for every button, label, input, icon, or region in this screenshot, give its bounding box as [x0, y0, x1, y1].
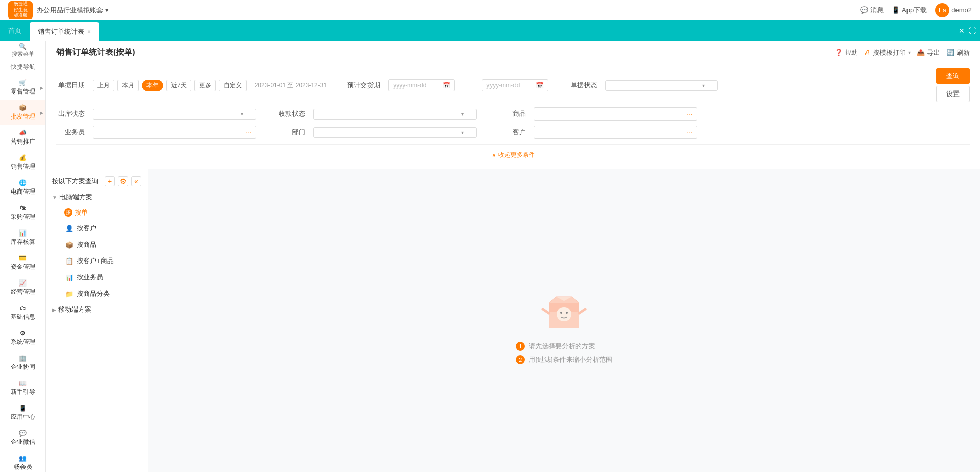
- app-download-button[interactable]: 📱 App下载: [892, 6, 927, 15]
- filter-row-1: 单据日期 上月 本月 本年 近7天 更多 自定义 2023-01-01 至 20…: [56, 68, 970, 102]
- salesman-more-icon[interactable]: ···: [246, 128, 252, 136]
- collapse-panel-button[interactable]: «: [131, 176, 141, 186]
- dept-label: 部门: [277, 128, 305, 137]
- settings-scheme-button[interactable]: ⚙: [118, 176, 128, 186]
- avatar: Ea: [935, 3, 949, 17]
- user-menu[interactable]: Ea demo2: [935, 3, 972, 17]
- window-actions: ✕ ⛶: [959, 27, 980, 35]
- topbar-left: 畅捷通 好生意 标准版 办公用品行业模拟账套 ▾: [8, 1, 109, 19]
- tab-close-icon[interactable]: ×: [87, 28, 91, 35]
- sidebar-item-wholesale[interactable]: 📦 批发管理: [0, 100, 45, 125]
- calendar-icon-2: 📅: [536, 82, 544, 89]
- delivery-date-from[interactable]: yyyy-mm-dd 📅: [388, 79, 455, 91]
- sidebar-item-wechat[interactable]: 💬 企业微信: [0, 426, 45, 451]
- settings-button[interactable]: 设置: [936, 86, 970, 102]
- refresh-button[interactable]: 🔄 刷新: [946, 48, 970, 57]
- tree-item-by-cust-prod[interactable]: 📋 按客户+商品: [58, 253, 148, 269]
- basics-icon: 🗂: [20, 304, 26, 312]
- dept-select[interactable]: ▾: [313, 127, 477, 138]
- tab-sales-order-stats[interactable]: 销售订单统计表 ×: [30, 22, 99, 41]
- left-panel: 按以下方案查询 + ⚙ « ▼ 电脑端方案 按 按单: [46, 169, 148, 472]
- wechat-icon: 💬: [19, 430, 27, 437]
- salesman-input[interactable]: ···: [93, 126, 256, 139]
- help-button[interactable]: ❓ 帮助: [835, 48, 858, 57]
- delivery-date-to[interactable]: yyyy-mm-dd 📅: [482, 79, 548, 91]
- print-icon: 🖨: [864, 49, 871, 56]
- print-button[interactable]: 🖨 按模板打印 ▾: [864, 48, 911, 57]
- collapse-filter-button[interactable]: ∧ 收起更多条件: [56, 148, 970, 162]
- this-year-btn[interactable]: 本年: [142, 80, 163, 91]
- app-selector[interactable]: 办公用品行业模拟账套 ▾: [37, 6, 109, 15]
- tree-item-by-salesman[interactable]: 📊 按业务员: [58, 269, 148, 286]
- sidebar-item-operations[interactable]: 📈 经营管理: [0, 275, 45, 300]
- export-icon: 📤: [917, 49, 925, 56]
- ship-status-select[interactable]: ▾: [93, 109, 256, 120]
- tree-item-by-product[interactable]: 📦 按商品: [58, 237, 148, 253]
- sidebar-item-system[interactable]: ⚙ 系统管理: [0, 325, 45, 350]
- inventory-icon: 📊: [19, 229, 27, 237]
- product-icon: 📦: [64, 240, 75, 250]
- sidebar-item-newbie[interactable]: 📖 新手引导: [0, 375, 45, 400]
- customer-more-icon[interactable]: ···: [687, 128, 693, 136]
- query-settings-group: 查询 设置: [936, 68, 970, 102]
- sidebar-item-sales[interactable]: 💰 销售管理: [0, 150, 45, 175]
- main-content: 1 请先选择要分析的方案 2 用[过滤]条件来缩小分析范围: [148, 169, 980, 472]
- tree-toggle-icon: ▼: [52, 195, 57, 200]
- date-range-display: 2023-01-01 至 2023-12-31: [255, 81, 327, 90]
- this-month-btn[interactable]: 本月: [117, 80, 139, 91]
- query-button[interactable]: 查询: [936, 68, 970, 84]
- pay-status-select[interactable]: ▾: [313, 109, 477, 120]
- sidebar-item-finance[interactable]: 💳 资金管理: [0, 250, 45, 275]
- sidebar-item-corp[interactable]: 🏢 企业协同: [0, 350, 45, 375]
- date-buttons: 上月 本月 本年 近7天 更多 自定义: [93, 80, 247, 91]
- dept-select-arrow: ▾: [461, 130, 464, 135]
- add-scheme-button[interactable]: +: [105, 176, 115, 186]
- tree-item-by-customer[interactable]: 👤 按客户: [58, 220, 148, 237]
- sidebar-item-basics[interactable]: 🗂 基础信息: [0, 300, 45, 325]
- custom-btn[interactable]: 自定义: [219, 80, 247, 91]
- svg-point-3: [560, 312, 562, 314]
- marketing-icon: 📣: [19, 129, 27, 136]
- customer-input[interactable]: ···: [534, 126, 697, 139]
- print-dropdown-icon[interactable]: ▾: [908, 50, 911, 55]
- window-expand-icon[interactable]: ⛶: [969, 27, 976, 35]
- product-input[interactable]: ···: [534, 107, 697, 121]
- sidebar-item-purchase[interactable]: 🛍 采购管理: [0, 200, 45, 225]
- window-close-icon[interactable]: ✕: [959, 27, 965, 35]
- sidebar-item-member[interactable]: 👥 畅会员: [0, 451, 45, 472]
- sidebar-item-inventory[interactable]: 📊 库存核算: [0, 225, 45, 250]
- left-panel-actions: + ⚙ «: [105, 176, 141, 186]
- filter-row-2: 出库状态 ▾ 收款状态 ▾ 商品 ···: [56, 107, 970, 121]
- product-more-icon[interactable]: ···: [687, 110, 693, 118]
- export-button[interactable]: 📤 导出: [917, 48, 940, 57]
- tree-section-pc[interactable]: ▼ 电脑端方案: [46, 190, 148, 205]
- split-area: 按以下方案查询 + ⚙ « ▼ 电脑端方案 按 按单: [46, 169, 980, 472]
- collapse-icon: ∧: [492, 152, 496, 159]
- tree-item-by-category[interactable]: 📁 按商品分类: [58, 286, 148, 302]
- sidebar-item-apps[interactable]: 📱 应用中心: [0, 400, 45, 426]
- tree-sub-pc: 按 按单 👤 按客户 📦 按商品 📋 按客户+商品: [46, 205, 148, 302]
- message-button[interactable]: 💬 消息: [860, 6, 884, 15]
- status-select[interactable]: ▾: [605, 80, 718, 91]
- sidebar-item-ecom[interactable]: 🌐 电商管理: [0, 175, 45, 200]
- empty-state: 1 请先选择要分析的方案 2 用[过滤]条件来缩小分析范围: [516, 277, 612, 364]
- newbie-icon: 📖: [19, 380, 27, 387]
- tree-section-mobile[interactable]: ▶ 移动端方案: [46, 302, 148, 317]
- pay-status-label: 收款状态: [277, 109, 305, 119]
- svg-point-4: [566, 312, 568, 314]
- sidebar-item-retail[interactable]: 🛒 零售管理: [0, 75, 45, 100]
- tree-item-by-order[interactable]: 按 按单: [58, 205, 148, 220]
- sidebar-item-marketing[interactable]: 📣 营销推广: [0, 125, 45, 150]
- shortcut-nav[interactable]: 快捷导航: [0, 60, 45, 75]
- last7days-btn[interactable]: 近7天: [166, 80, 191, 91]
- tree-mobile-toggle: ▶: [52, 307, 56, 313]
- system-icon: ⚙: [20, 329, 26, 337]
- salesman-label: 业务员: [56, 128, 85, 137]
- tab-home[interactable]: 首页: [0, 20, 30, 41]
- customer-label: 客户: [497, 128, 526, 137]
- search-menu-button[interactable]: 🔍 搜索菜单: [0, 41, 45, 60]
- cust-prod-icon: 📋: [64, 256, 75, 266]
- last-month-btn[interactable]: 上月: [93, 80, 114, 91]
- more-btn[interactable]: 更多: [194, 80, 216, 91]
- date-separator: —: [463, 82, 474, 89]
